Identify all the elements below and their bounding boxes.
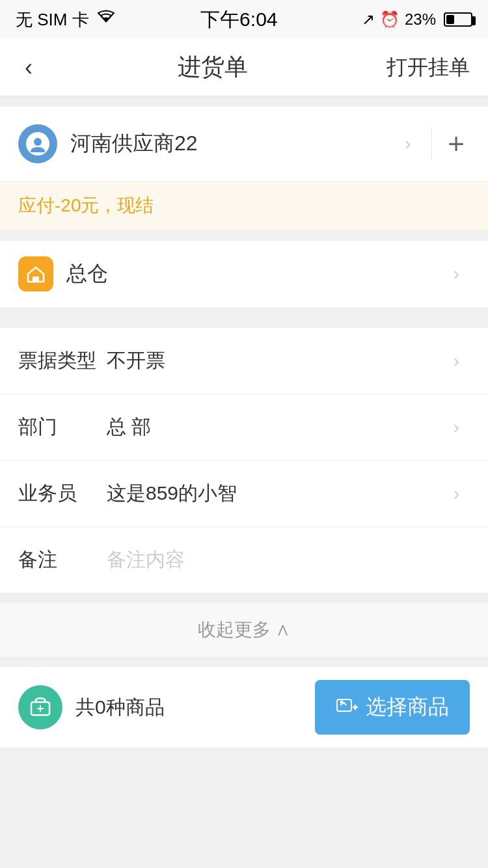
avatar-inner xyxy=(26,132,49,156)
open-pending-button[interactable]: 打开挂单 xyxy=(386,53,470,82)
status-time: 下午6:04 xyxy=(200,7,277,33)
svg-rect-1 xyxy=(33,277,39,282)
product-count: 共0种商品 xyxy=(75,694,315,721)
dept-value: 总 部 xyxy=(107,414,454,441)
invoice-row[interactable]: 票据类型 不开票 › xyxy=(0,328,488,394)
battery-icon xyxy=(444,12,472,27)
bottom-bar: 共0种商品 选择商品 xyxy=(0,667,488,748)
select-product-label: 选择商品 xyxy=(366,693,449,722)
battery-percentage: 23% xyxy=(405,10,436,29)
alarm-icon: ⏰ xyxy=(380,10,400,29)
add-supplier-button[interactable]: + xyxy=(442,122,470,165)
remark-row[interactable]: 备注 备注内容 xyxy=(0,527,488,593)
status-right: ↗ ⏰ 23% xyxy=(362,10,472,29)
supplier-name: 河南供应商22 xyxy=(70,129,405,158)
invoice-chevron-icon: › xyxy=(454,351,459,372)
location-icon: ↗ xyxy=(362,10,375,29)
nav-bar: ‹ 进货单 打开挂单 xyxy=(0,39,488,96)
sales-chevron-icon: › xyxy=(454,483,459,504)
carrier-text: 无 SIM 卡 xyxy=(16,8,89,31)
warehouse-icon xyxy=(18,256,53,292)
top-divider xyxy=(0,96,488,107)
middle-divider1 xyxy=(0,230,488,241)
svg-point-0 xyxy=(34,138,42,146)
svg-point-6 xyxy=(340,701,344,704)
remark-label: 备注 xyxy=(18,547,96,573)
invoice-value: 不开票 xyxy=(107,347,454,374)
product-icon-wrap xyxy=(18,685,62,729)
wifi-icon xyxy=(96,10,116,30)
warehouse-chevron-icon: › xyxy=(454,264,459,284)
select-product-button[interactable]: 选择商品 xyxy=(315,680,470,735)
warehouse-label: 总仓 xyxy=(66,260,454,288)
back-button[interactable]: ‹ xyxy=(18,47,39,88)
middle-divider2 xyxy=(0,307,488,318)
status-bar: 无 SIM 卡 下午6:04 ↗ ⏰ 23% xyxy=(0,0,488,39)
sales-value: 这是859的小智 xyxy=(107,480,454,507)
remark-input[interactable]: 备注内容 xyxy=(107,547,470,573)
invoice-label: 票据类型 xyxy=(18,347,96,374)
dept-chevron-icon: › xyxy=(454,417,459,438)
form-section: 票据类型 不开票 › 部门 总 部 › 业务员 这是859的小智 › 备注 备注… xyxy=(0,328,488,593)
supplier-section: 河南供应商22 › + 应付-20元，现结 xyxy=(0,107,488,230)
sales-label: 业务员 xyxy=(18,480,96,507)
sales-row[interactable]: 业务员 这是859的小智 › xyxy=(0,461,488,527)
page-container: 无 SIM 卡 下午6:04 ↗ ⏰ 23% ‹ 进货单 打开挂单 xyxy=(0,0,488,868)
notice-text: 应付-20元，现结 xyxy=(18,195,154,215)
dept-row[interactable]: 部门 总 部 › xyxy=(0,394,488,461)
supplier-chevron-icon: › xyxy=(405,133,411,154)
collapse-button[interactable]: 收起更多 ∧ xyxy=(0,603,488,657)
vertical-divider xyxy=(431,128,432,160)
collapse-label: 收起更多 ∧ xyxy=(198,617,291,642)
page-title: 进货单 xyxy=(178,51,248,83)
notice-banner: 应付-20元，现结 xyxy=(0,181,488,230)
supplier-avatar xyxy=(18,124,57,163)
warehouse-section: 总仓 › xyxy=(0,241,488,307)
status-left: 无 SIM 卡 xyxy=(16,8,116,31)
svg-rect-5 xyxy=(337,699,351,711)
dept-label: 部门 xyxy=(18,414,96,441)
supplier-row[interactable]: 河南供应商22 › + xyxy=(0,107,488,181)
warehouse-row[interactable]: 总仓 › xyxy=(0,241,488,307)
